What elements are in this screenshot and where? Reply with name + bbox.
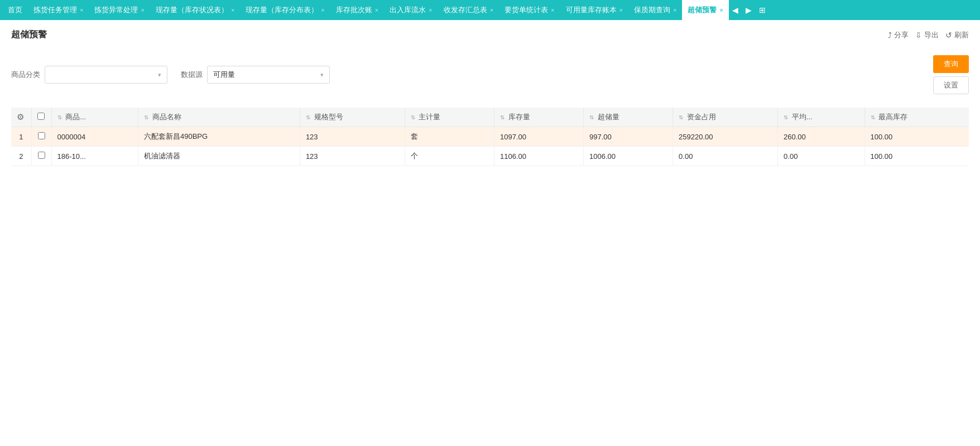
datasource-label: 数据源: [181, 70, 203, 80]
col-capital: ⇅ 资金占用: [673, 108, 778, 127]
sort-icon: ⇅: [57, 114, 62, 120]
action-buttons: 查询 设置: [933, 55, 969, 94]
sort-icon: ⇅: [871, 114, 875, 120]
nav-item-stock-dist[interactable]: 现存量（库存分布表） ×: [240, 0, 330, 20]
product-code-cell: 186-10...: [51, 147, 138, 166]
query-button[interactable]: 查询: [933, 55, 969, 73]
close-icon[interactable]: ×: [551, 7, 554, 13]
col-max-stock: ⇅ 最高库存: [864, 108, 969, 127]
spec-cell: 123: [300, 127, 405, 147]
header-actions: ⤴ 分享 ⇩ 导出 ↺ 刷新: [888, 30, 969, 40]
unit-cell: 个: [405, 147, 494, 166]
col-stock: ⇅ 库存量: [494, 108, 583, 127]
filter-row: 商品分类 ▾ 数据源 可用量 ▾ 查询 设置: [11, 50, 969, 100]
close-icon[interactable]: ×: [719, 7, 723, 13]
table-settings-header: ⚙: [11, 108, 31, 127]
nav-item-overstock[interactable]: 超储预警 ×: [682, 0, 728, 20]
product-code-cell: 0000004: [51, 127, 138, 147]
datasource-select[interactable]: 可用量 ▾: [207, 66, 330, 84]
stock-cell: 1097.00: [494, 127, 583, 147]
nav-item-expiry[interactable]: 保质期查询 ×: [628, 0, 682, 20]
sort-icon: ⇅: [500, 114, 505, 120]
row-number: 1: [11, 127, 31, 147]
nav-item-flow[interactable]: 出入库流水 ×: [384, 0, 438, 20]
unit-cell: 套: [405, 127, 494, 147]
nav-prev-button[interactable]: ◀: [729, 0, 742, 20]
nav-expand-button[interactable]: ⊞: [756, 0, 769, 20]
export-icon: ⇩: [915, 31, 922, 40]
col-over-stock: ⇅ 超储量: [584, 108, 673, 127]
nav-item-home[interactable]: 首页: [2, 0, 28, 20]
nav-item-summary[interactable]: 收发存汇总表 ×: [438, 0, 499, 20]
close-icon[interactable]: ×: [321, 7, 324, 13]
col-unit: ⇅ 主计量: [405, 108, 494, 127]
share-button[interactable]: ⤴ 分享: [888, 30, 909, 40]
close-icon[interactable]: ×: [619, 7, 623, 13]
table-row: 1 0000004 六配套新昌490BPG 123 套 1097.00 997.…: [11, 127, 969, 147]
gear-icon[interactable]: ⚙: [17, 112, 24, 122]
sort-icon: ⇅: [784, 114, 788, 120]
row-checkbox-cell: [31, 127, 51, 147]
page-title: 超储预警: [11, 29, 47, 41]
nav-item-demand-stats[interactable]: 要货单统计表 ×: [499, 0, 560, 20]
stock-cell: 1106.00: [494, 147, 583, 166]
refresh-icon: ↺: [945, 31, 952, 40]
nav-next-button[interactable]: ▶: [742, 0, 756, 20]
spec-cell: 123: [300, 147, 405, 166]
row-checkbox-cell: [31, 147, 51, 166]
refresh-button[interactable]: ↺ 刷新: [945, 30, 969, 40]
nav-item-stock-status[interactable]: 现存量（库存状况表） ×: [150, 0, 240, 20]
over-stock-cell: 1006.00: [584, 147, 673, 166]
close-icon[interactable]: ×: [141, 7, 144, 13]
nav-item-pick-task[interactable]: 拣货任务管理 ×: [28, 0, 89, 20]
close-icon[interactable]: ×: [673, 7, 676, 13]
settings-button[interactable]: 设置: [933, 76, 969, 94]
sort-icon: ⇅: [144, 114, 148, 120]
data-table: ⚙ ⇅ 商品... ⇅ 商品名称 ⇅ 规格型号 ⇅: [11, 108, 969, 166]
col-avg: ⇅ 平均...: [778, 108, 864, 127]
sort-icon: ⇅: [589, 114, 594, 120]
category-filter-group: 商品分类 ▾: [11, 66, 167, 84]
nav-item-available[interactable]: 可用量库存账本 ×: [560, 0, 628, 20]
sort-icon: ⇅: [411, 114, 415, 120]
nav-bar: 首页 拣货任务管理 × 拣货异常处理 × 现存量（库存状况表） × 现存量（库存…: [0, 0, 980, 20]
table-row: 2 186-10... 机油滤清器 123 个 1106.00 1006.00 …: [11, 147, 969, 166]
select-all-checkbox[interactable]: [37, 113, 45, 120]
table-checkbox-header: [31, 108, 51, 127]
category-select[interactable]: ▾: [45, 66, 167, 84]
row-checkbox[interactable]: [38, 152, 45, 159]
max-stock-cell: 100.00: [864, 127, 969, 147]
col-product-code: ⇅ 商品...: [51, 108, 138, 127]
capital-cell: 259220.00: [673, 127, 778, 147]
row-checkbox[interactable]: [38, 132, 45, 139]
close-icon[interactable]: ×: [80, 7, 83, 13]
main-content: 超储预警 ⤴ 分享 ⇩ 导出 ↺ 刷新 商品分类 ▾ 数据源: [0, 20, 980, 446]
max-stock-cell: 100.00: [864, 147, 969, 166]
over-stock-cell: 997.00: [584, 127, 673, 147]
avg-cell: 260.00: [778, 127, 864, 147]
export-button[interactable]: ⇩ 导出: [915, 30, 939, 40]
close-icon[interactable]: ×: [490, 7, 493, 13]
category-label: 商品分类: [11, 70, 40, 80]
sort-icon: ⇅: [679, 114, 683, 120]
page-header: 超储预警 ⤴ 分享 ⇩ 导出 ↺ 刷新: [11, 29, 969, 41]
col-spec: ⇅ 规格型号: [300, 108, 405, 127]
row-number: 2: [11, 147, 31, 166]
nav-item-batch[interactable]: 库存批次账 ×: [330, 0, 384, 20]
datasource-filter-group: 数据源 可用量 ▾: [181, 66, 330, 84]
nav-item-pick-exception[interactable]: 拣货异常处理 ×: [89, 0, 150, 20]
sort-icon: ⇅: [306, 114, 310, 120]
col-product-name: ⇅ 商品名称: [138, 108, 300, 127]
avg-cell: 0.00: [778, 147, 864, 166]
chevron-down-icon: ▾: [158, 71, 161, 79]
chevron-down-icon: ▾: [320, 71, 324, 79]
capital-cell: 0.00: [673, 147, 778, 166]
product-name-cell: 六配套新昌490BPG: [138, 127, 300, 147]
share-icon: ⤴: [888, 31, 892, 40]
product-name-cell: 机油滤清器: [138, 147, 300, 166]
close-icon[interactable]: ×: [375, 7, 378, 13]
close-icon[interactable]: ×: [429, 7, 432, 13]
close-icon[interactable]: ×: [231, 7, 234, 13]
table-header-row: ⚙ ⇅ 商品... ⇅ 商品名称 ⇅ 规格型号 ⇅: [11, 108, 969, 127]
